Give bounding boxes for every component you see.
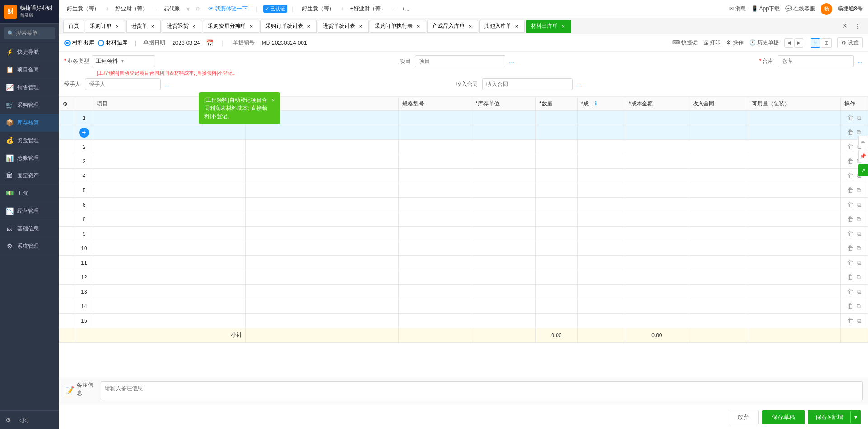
row-3-material[interactable]: [246, 154, 399, 169]
tabbar-close-all-btn[interactable]: ×: [840, 20, 850, 32]
sidebar-item-base-info[interactable]: 🗂 基础信息: [0, 220, 59, 238]
nav-next-btn[interactable]: ▶: [794, 38, 803, 48]
row-9-delete-btn[interactable]: 🗑: [846, 229, 854, 238]
doc-date-value[interactable]: 2023-03-24: [172, 40, 200, 46]
row-1-copy-btn[interactable]: ⧉: [856, 113, 862, 123]
sidebar-search-area[interactable]: 🔍 搜索菜单: [0, 24, 59, 43]
row-8-income-contract[interactable]: [689, 212, 748, 227]
row-13-unit[interactable]: [472, 285, 536, 299]
row-12-cost-amount[interactable]: [625, 270, 689, 285]
tab-purchase-order[interactable]: 采购订单×: [85, 20, 125, 33]
sidebar-item-accounting[interactable]: 📊 总账管理: [0, 149, 59, 167]
row-12-income-contract[interactable]: [689, 270, 748, 285]
row-9-material[interactable]: [246, 227, 399, 241]
row-2-income-contract[interactable]: [689, 140, 748, 154]
row-11-available[interactable]: [748, 256, 841, 270]
row-13-spec[interactable]: [399, 285, 472, 299]
cost-price-info-icon[interactable]: ℹ: [595, 100, 597, 107]
sidebar-item-quick-nav[interactable]: ⚡ 快捷导航: [0, 43, 59, 61]
row-15-delete-btn[interactable]: 🗑: [846, 316, 854, 325]
row-2-unit[interactable]: [472, 140, 536, 154]
add-row-delete-btn[interactable]: 🗑: [846, 128, 854, 137]
topbar-nav-good-biz[interactable]: 好生意（菁）: [64, 3, 102, 14]
view-grid-btn[interactable]: ⊞: [821, 38, 832, 48]
row-8-unit[interactable]: [472, 212, 536, 227]
row-3-qty[interactable]: [536, 154, 577, 169]
tab-close-purchase-order-exec[interactable]: ×: [415, 23, 421, 29]
row-14-delete-btn[interactable]: 🗑: [846, 301, 854, 310]
topbar-message-btn[interactable]: ✉ 消息: [729, 5, 746, 13]
row-6-unit[interactable]: [472, 198, 536, 212]
row-12-qty[interactable]: [536, 270, 577, 285]
row-15-cost-price[interactable]: [577, 314, 625, 328]
row-4-cost-amount[interactable]: [625, 169, 689, 183]
history-doc-btn[interactable]: 🕐 历史单据: [749, 39, 779, 47]
project-dots[interactable]: ...: [509, 57, 514, 65]
row-13-material[interactable]: [246, 285, 399, 299]
row-13-item[interactable]: [93, 285, 246, 299]
col-gear-header[interactable]: ⚙: [59, 97, 75, 111]
row-15-cost-amount[interactable]: [625, 314, 689, 328]
row-1-spec[interactable]: [399, 111, 472, 125]
save-new-btn[interactable]: 保存&新增: [808, 410, 850, 424]
settings-btn[interactable]: ⚙ 设置: [837, 37, 863, 48]
row-2-spec[interactable]: [399, 140, 472, 154]
row-14-cost-amount[interactable]: [625, 299, 689, 314]
row-5-cost-price[interactable]: [577, 183, 625, 198]
view-list-btn[interactable]: ≡: [811, 38, 820, 48]
row-15-material[interactable]: [246, 314, 399, 328]
row-10-cost-amount[interactable]: [625, 241, 689, 256]
user-avatar[interactable]: 畅: [821, 3, 832, 15]
row-3-cost-amount[interactable]: [625, 154, 689, 169]
row-10-available[interactable]: [748, 241, 841, 256]
row-3-income-contract[interactable]: [689, 154, 748, 169]
row-9-cost-amount[interactable]: [625, 227, 689, 241]
row-14-material[interactable]: [246, 299, 399, 314]
row-5-copy-btn[interactable]: ⧉: [856, 186, 862, 195]
row-2-delete-btn[interactable]: 🗑: [846, 142, 854, 151]
row-8-copy-btn[interactable]: ⧉: [856, 214, 862, 224]
row-11-unit[interactable]: [472, 256, 536, 270]
row-1-unit[interactable]: [472, 111, 536, 125]
row-15-available[interactable]: [748, 314, 841, 328]
topbar-online-service-btn[interactable]: 💬 在线客服: [785, 5, 815, 13]
row-6-cost-amount[interactable]: [625, 198, 689, 212]
row-8-delete-btn[interactable]: 🗑: [846, 214, 854, 224]
tooltip-close-btn[interactable]: ×: [271, 96, 275, 105]
row-9-spec[interactable]: [399, 227, 472, 241]
row-8-qty[interactable]: [536, 212, 577, 227]
row-5-delete-btn[interactable]: 🗑: [846, 186, 854, 195]
project-input[interactable]: [415, 55, 505, 67]
row-11-spec[interactable]: [399, 256, 472, 270]
row-14-available[interactable]: [748, 299, 841, 314]
row-6-item[interactable]: [93, 198, 246, 212]
row-9-available[interactable]: [748, 227, 841, 241]
right-tool-edit[interactable]: ✏: [858, 136, 868, 148]
row-10-cost-price[interactable]: [577, 241, 625, 256]
row-6-delete-btn[interactable]: 🗑: [846, 200, 854, 209]
row-11-cost-amount[interactable]: [625, 256, 689, 270]
add-row-btn[interactable]: +: [79, 128, 89, 138]
right-tool-export[interactable]: ↗: [858, 164, 868, 176]
quick-key-btn[interactable]: ⌨ 快捷键: [672, 39, 698, 47]
operations-btn[interactable]: ⚙ 操作: [726, 39, 743, 47]
row-13-income-contract[interactable]: [689, 285, 748, 299]
row-4-material[interactable]: [246, 169, 399, 183]
topbar-nav-agent[interactable]: 易代账: [161, 3, 183, 14]
right-tool-pin[interactable]: 📌: [858, 150, 868, 162]
row-14-income-contract[interactable]: [689, 299, 748, 314]
row-1-delete-btn[interactable]: 🗑: [846, 113, 854, 122]
row-1-available[interactable]: [748, 111, 841, 125]
row-9-copy-btn[interactable]: ⧉: [856, 229, 862, 238]
row-10-delete-btn[interactable]: 🗑: [846, 243, 854, 253]
tab-purchase-receipt-stats[interactable]: 进货单统计表×: [318, 20, 369, 33]
row-9-income-contract[interactable]: [689, 227, 748, 241]
row-1-cost-price[interactable]: [577, 111, 625, 125]
row-4-unit[interactable]: [472, 169, 536, 183]
row-13-cost-price[interactable]: [577, 285, 625, 299]
search-menu-button[interactable]: 🔍 搜索菜单: [4, 27, 55, 39]
row-12-delete-btn[interactable]: 🗑: [846, 272, 854, 281]
row-13-delete-btn[interactable]: 🗑: [846, 287, 854, 296]
row-3-delete-btn[interactable]: 🗑: [846, 157, 854, 166]
row-5-available[interactable]: [748, 183, 841, 198]
